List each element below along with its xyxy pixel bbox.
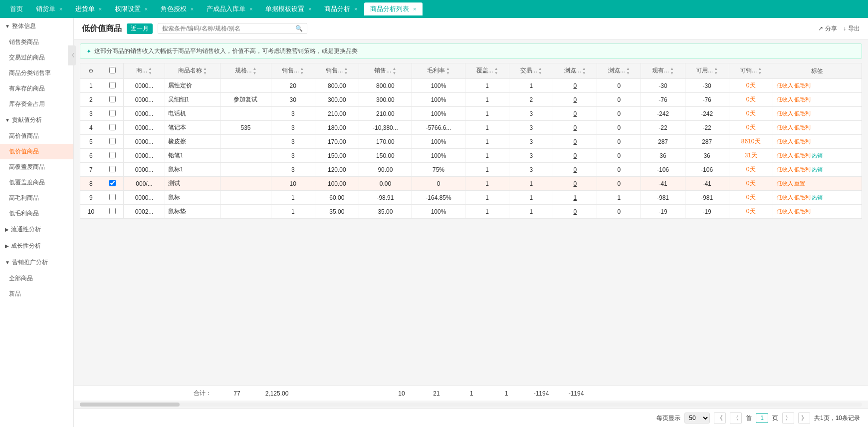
period-badge[interactable]: 近一月 bbox=[127, 23, 153, 34]
sidebar-group-growth[interactable]: ▶ 成长性分析 bbox=[0, 238, 73, 254]
cell-browse1[interactable]: 0 bbox=[553, 177, 597, 191]
cell-checkbox[interactable] bbox=[102, 107, 123, 121]
cell-browse1[interactable]: 0 bbox=[553, 135, 597, 149]
cell-checkbox[interactable] bbox=[102, 163, 123, 177]
nav-goods-analysis-list[interactable]: 商品分析列表 × bbox=[364, 2, 422, 15]
col-code[interactable]: 商...▲▼ bbox=[124, 63, 165, 79]
cell-browse1[interactable]: 0 bbox=[553, 149, 597, 163]
sidebar-collapse-button[interactable]: 《 bbox=[68, 45, 76, 65]
tag-badge: 低毛利 bbox=[794, 152, 811, 158]
cell-browse1[interactable]: 0 bbox=[553, 163, 597, 177]
cell-checkbox[interactable] bbox=[102, 93, 123, 107]
sidebar: ▼ 整体信息 销售类商品 交易过的商品 商品分类销售率 有库存的商品 库存资金占… bbox=[0, 18, 74, 427]
row-checkbox[interactable] bbox=[109, 180, 116, 186]
cell-checkbox[interactable] bbox=[102, 135, 123, 149]
cell-checkbox[interactable] bbox=[102, 149, 123, 163]
cell-avail: -19 bbox=[685, 205, 729, 219]
cell-checkbox[interactable] bbox=[102, 191, 123, 205]
row-checkbox[interactable] bbox=[109, 194, 116, 200]
row-checkbox[interactable] bbox=[109, 152, 116, 158]
row-checkbox[interactable] bbox=[109, 138, 116, 144]
cell-checkbox[interactable] bbox=[102, 121, 123, 135]
sidebar-item-high-margin[interactable]: 高毛利商品 bbox=[0, 190, 73, 206]
col-settings[interactable]: ⚙ bbox=[80, 63, 102, 79]
sidebar-item-high-value[interactable]: 高价值商品 bbox=[0, 128, 73, 144]
col-stock[interactable]: 现有...▲▼ bbox=[641, 63, 685, 79]
row-checkbox[interactable] bbox=[109, 96, 116, 102]
nav-permission[interactable]: 权限设置 × bbox=[109, 2, 154, 15]
nav-purchase[interactable]: 进货单 × bbox=[69, 2, 108, 15]
col-spec[interactable]: 规格...▲▼ bbox=[220, 63, 271, 79]
row-checkbox[interactable] bbox=[109, 166, 116, 172]
sidebar-item-low-value[interactable]: 低价值商品 bbox=[0, 144, 73, 159]
sidebar-item-category-rate[interactable]: 商品分类销售率 bbox=[0, 65, 73, 81]
nav-template[interactable]: 单据模板设置 × bbox=[259, 2, 317, 15]
col-name[interactable]: 商品名称▲▼ bbox=[165, 63, 220, 79]
sidebar-item-low-coverage[interactable]: 低覆盖度商品 bbox=[0, 175, 73, 190]
cell-browse1[interactable]: 0 bbox=[553, 121, 597, 135]
sidebar-group-contribution[interactable]: ▼ 贡献值分析 bbox=[0, 112, 73, 128]
total-avail: -1194 bbox=[559, 390, 594, 397]
cell-browse1[interactable]: 0 bbox=[553, 205, 597, 219]
sidebar-item-sales-goods[interactable]: 销售类商品 bbox=[0, 34, 73, 50]
cell-browse1[interactable]: 0 bbox=[553, 79, 597, 93]
col-sales-val[interactable]: 销售...▲▼ bbox=[359, 63, 412, 79]
sidebar-group-flow[interactable]: ▶ 流通性分析 bbox=[0, 221, 73, 238]
sidebar-item-capital[interactable]: 库存资金占用 bbox=[0, 96, 73, 112]
page-suffix: 页 bbox=[772, 414, 778, 423]
sidebar-group-overview[interactable]: ▼ 整体信息 bbox=[0, 18, 73, 34]
prev-page-button[interactable]: 〈 bbox=[730, 412, 742, 424]
col-browse1[interactable]: 浏览...▲▼ bbox=[553, 63, 597, 79]
cell-browse1[interactable]: 0 bbox=[553, 93, 597, 107]
col-avail[interactable]: 可用...▲▼ bbox=[685, 63, 729, 79]
export-button[interactable]: ↓ 导出 bbox=[843, 24, 860, 33]
sidebar-item-new-goods[interactable]: 新品 bbox=[0, 286, 73, 302]
last-page-button[interactable]: 》 bbox=[798, 412, 810, 424]
cell-checkbox[interactable] bbox=[102, 177, 123, 191]
col-gross-rate[interactable]: 毛利率▲▼ bbox=[412, 63, 465, 79]
cell-browse1[interactable]: 0 bbox=[553, 107, 597, 121]
row-checkbox[interactable] bbox=[109, 82, 116, 88]
row-checkbox[interactable] bbox=[109, 110, 116, 116]
sidebar-item-high-coverage[interactable]: 高覆盖度商品 bbox=[0, 159, 73, 175]
row-checkbox[interactable] bbox=[109, 124, 116, 130]
search-input[interactable] bbox=[162, 25, 295, 32]
next-page-button[interactable]: 〉 bbox=[782, 412, 794, 424]
nav-home[interactable]: 首页 bbox=[4, 2, 29, 15]
sidebar-item-traded-goods[interactable]: 交易过的商品 bbox=[0, 50, 73, 65]
col-trade[interactable]: 交易...▲▼ bbox=[509, 63, 553, 79]
sidebar-item-low-margin[interactable]: 低毛利商品 bbox=[0, 206, 73, 221]
per-page-select[interactable]: 50 100 bbox=[684, 413, 710, 424]
nav-sales[interactable]: 销货单 × bbox=[30, 2, 68, 15]
cell-checkbox[interactable] bbox=[102, 205, 123, 219]
cell-checkbox[interactable] bbox=[102, 79, 123, 93]
share-button[interactable]: ↗ 分享 bbox=[818, 24, 837, 33]
cell-coverage: 1 bbox=[465, 93, 509, 107]
col-sales-amt[interactable]: 销售...▲▼ bbox=[315, 63, 359, 79]
col-coverage[interactable]: 覆盖...▲▼ bbox=[465, 63, 509, 79]
horizontal-scrollbar[interactable] bbox=[80, 403, 862, 407]
col-salable[interactable]: 可销...▲▼ bbox=[729, 63, 773, 79]
cell-sales-qty: 3 bbox=[271, 163, 315, 177]
row-checkbox[interactable] bbox=[109, 208, 116, 214]
sidebar-item-all-goods[interactable]: 全部商品 bbox=[0, 271, 73, 286]
col-browse2[interactable]: 浏览...▲▼ bbox=[597, 63, 641, 79]
select-all-checkbox[interactable] bbox=[109, 67, 116, 73]
col-checkbox[interactable] bbox=[102, 63, 123, 79]
sidebar-item-stock-goods[interactable]: 有库存的商品 bbox=[0, 81, 73, 96]
nav-product-in[interactable]: 产成品入库单 × bbox=[201, 2, 258, 15]
cell-no: 10 bbox=[80, 205, 102, 219]
cell-sales-qty: 1 bbox=[271, 191, 315, 205]
current-page[interactable]: 1 bbox=[756, 413, 768, 423]
nav-goods-analysis[interactable]: 商品分析 × bbox=[318, 2, 363, 15]
cell-browse1[interactable]: 1 bbox=[553, 191, 597, 205]
sidebar-group-marketing[interactable]: ▼ 营销推广分析 bbox=[0, 254, 73, 271]
cell-tags: 低收入低毛利热销 bbox=[773, 149, 862, 163]
scrollbar-thumb[interactable] bbox=[80, 403, 180, 407]
notice-icon: ✦ bbox=[86, 48, 91, 55]
search-icon[interactable]: 🔍 bbox=[295, 25, 303, 32]
col-sales-qty[interactable]: 销售...▲▼ bbox=[271, 63, 315, 79]
nav-role[interactable]: 角色授权 × bbox=[155, 2, 200, 15]
first-page-button[interactable]: 《 bbox=[714, 412, 726, 424]
table-container[interactable]: ⚙ 商...▲▼ 商品名称▲▼ 规格...▲▼ 销售...▲▼ 销售...▲▼ … bbox=[74, 63, 868, 386]
